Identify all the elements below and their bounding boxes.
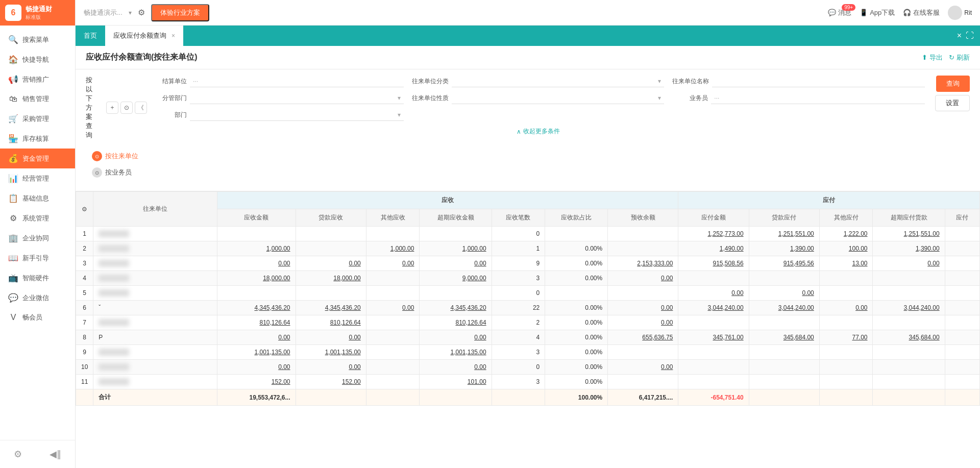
- table-cell[interactable]: [945, 375, 979, 389]
- sidebar-item-member[interactable]: V 畅会员: [0, 308, 75, 327]
- table-cell[interactable]: [366, 227, 420, 241]
- filter-add-btn[interactable]: +: [106, 102, 118, 114]
- table-cell[interactable]: [945, 345, 979, 360]
- table-cell-link[interactable]: 1,222.00: [819, 227, 873, 241]
- query-option-by-staff[interactable]: ⊙ 按业务员: [86, 164, 147, 181]
- table-cell[interactable]: [678, 360, 749, 375]
- table-cell-link[interactable]: 0.00: [608, 360, 678, 375]
- table-cell-link[interactable]: 4,345,436.20: [217, 301, 296, 315]
- table-cell-link[interactable]: 345,684.00: [749, 330, 819, 345]
- table-cell[interactable]: [296, 241, 366, 256]
- workspace-arrow[interactable]: ▾: [129, 9, 132, 16]
- online-service-button[interactable]: 🎧 在线客服: [903, 8, 940, 17]
- table-cell[interactable]: [945, 360, 979, 375]
- table-cell[interactable]: [819, 360, 873, 375]
- promo-button[interactable]: 体验行业方案: [151, 4, 209, 21]
- sidebar-item-newbie[interactable]: 📖 新手引导: [0, 248, 75, 268]
- app-download-button[interactable]: 📱 App下载: [860, 8, 895, 17]
- table-cell-link[interactable]: 1,000.00: [420, 241, 492, 256]
- table-cell[interactable]: [366, 315, 420, 330]
- unit-cat-select[interactable]: ▾: [452, 76, 665, 87]
- tab-close-button[interactable]: ×: [172, 32, 175, 39]
- sidebar-item-bizmanage[interactable]: 📊 经营管理: [0, 168, 75, 188]
- sidebar-item-inventory[interactable]: 🏪 库存核算: [0, 129, 75, 149]
- table-cell-link[interactable]: 1,390.00: [873, 241, 945, 256]
- filter-settings-btn[interactable]: ⊙: [120, 102, 133, 114]
- table-cell-link[interactable]: 1,490.00: [678, 241, 749, 256]
- table-cell[interactable]: [945, 330, 979, 345]
- sidebar-item-sysadmin[interactable]: ⚙ 系统管理: [0, 208, 75, 228]
- messages-button[interactable]: 💬 消息 99+: [828, 8, 851, 17]
- table-cell-link[interactable]: 810,126.64: [296, 315, 366, 330]
- query-option-by-unit[interactable]: ⊙ 按往来单位: [86, 148, 147, 164]
- table-cell-link[interactable]: 0.00: [296, 256, 366, 271]
- table-cell-link[interactable]: 152.00: [296, 375, 366, 389]
- filter-collapse-btn[interactable]: 《: [135, 102, 147, 114]
- sidebar-item-finance[interactable]: 💰 资金管理: [0, 149, 75, 168]
- table-cell-link[interactable]: 9,000.00: [420, 271, 492, 286]
- table-cell-link[interactable]: 0.00: [608, 315, 678, 330]
- table-cell[interactable]: [366, 345, 420, 360]
- table-cell-link[interactable]: 18,000.00: [296, 271, 366, 286]
- table-cell[interactable]: [945, 271, 979, 286]
- table-cell[interactable]: [366, 360, 420, 375]
- table-cell-link[interactable]: 0.00: [296, 330, 366, 345]
- table-cell[interactable]: [366, 330, 420, 345]
- table-cell-link[interactable]: 18,000.00: [217, 271, 296, 286]
- table-cell-link[interactable]: 0.00: [366, 256, 420, 271]
- unit-nature-select[interactable]: ▾: [452, 92, 665, 104]
- table-cell[interactable]: [945, 286, 979, 301]
- tab-ar-ap-query[interactable]: 应收应付余额查询 ×: [105, 26, 183, 46]
- window-expand-button[interactable]: ⛶: [966, 31, 974, 40]
- table-cell[interactable]: [678, 375, 749, 389]
- table-cell[interactable]: [945, 241, 979, 256]
- table-cell[interactable]: [819, 345, 873, 360]
- table-cell[interactable]: [945, 315, 979, 330]
- table-cell[interactable]: [749, 271, 819, 286]
- salesman-input[interactable]: ···: [711, 92, 925, 104]
- sidebar-collapse-btn[interactable]: ◀‖: [44, 446, 66, 463]
- table-cell[interactable]: [749, 360, 819, 375]
- table-cell-link[interactable]: 0.00: [608, 271, 678, 286]
- table-cell-link[interactable]: 0.00: [678, 286, 749, 301]
- table-cell[interactable]: [608, 241, 678, 256]
- dept-manage-select[interactable]: ▾: [190, 92, 404, 104]
- table-cell-link[interactable]: 0.00: [819, 301, 873, 315]
- table-cell[interactable]: [608, 227, 678, 241]
- table-cell[interactable]: [420, 286, 492, 301]
- jisuan-input[interactable]: ···: [190, 76, 404, 87]
- table-cell-link[interactable]: 655,636.75: [608, 330, 678, 345]
- table-cell-link[interactable]: 4,345,436.20: [296, 301, 366, 315]
- table-cell-link[interactable]: 0.00: [420, 330, 492, 345]
- table-cell-link[interactable]: 3,044,240.00: [749, 301, 819, 315]
- table-cell[interactable]: [366, 271, 420, 286]
- table-cell[interactable]: [873, 345, 945, 360]
- sidebar-item-sales[interactable]: 🛍 销售管理: [0, 89, 75, 109]
- table-cell[interactable]: [873, 315, 945, 330]
- table-cell-link[interactable]: 1,001,135.00: [296, 345, 366, 360]
- table-cell[interactable]: [366, 375, 420, 389]
- sidebar-item-search[interactable]: 🔍 搜索菜单: [0, 30, 75, 50]
- table-cell[interactable]: [945, 301, 979, 315]
- table-cell-link[interactable]: 100.00: [819, 241, 873, 256]
- table-cell-link[interactable]: 810,126.64: [217, 315, 296, 330]
- table-cell[interactable]: [678, 315, 749, 330]
- table-cell-link[interactable]: 152.00: [217, 375, 296, 389]
- table-cell[interactable]: [945, 227, 979, 241]
- sidebar-item-corp[interactable]: 🏢 企业协同: [0, 228, 75, 248]
- unit-name-input[interactable]: [712, 76, 925, 87]
- sidebar-item-weixin[interactable]: 💬 企业微信: [0, 288, 75, 308]
- table-cell-link[interactable]: 0.00: [420, 360, 492, 375]
- table-cell-link[interactable]: 101.00: [420, 375, 492, 389]
- table-cell-link[interactable]: 0.00: [420, 256, 492, 271]
- table-cell-link[interactable]: 3,044,240.00: [678, 301, 749, 315]
- sidebar-item-marketing[interactable]: 📢 营销推广: [0, 69, 75, 89]
- col-header-settings[interactable]: ⚙: [76, 192, 93, 227]
- sidebar-item-hardware[interactable]: 📺 智能硬件: [0, 268, 75, 288]
- table-cell[interactable]: [608, 375, 678, 389]
- window-close-button[interactable]: ×: [957, 31, 962, 40]
- table-cell[interactable]: [296, 286, 366, 301]
- table-cell-link[interactable]: 1,390.00: [749, 241, 819, 256]
- export-button[interactable]: ⬆ 导出: [922, 53, 943, 62]
- table-cell[interactable]: [819, 271, 873, 286]
